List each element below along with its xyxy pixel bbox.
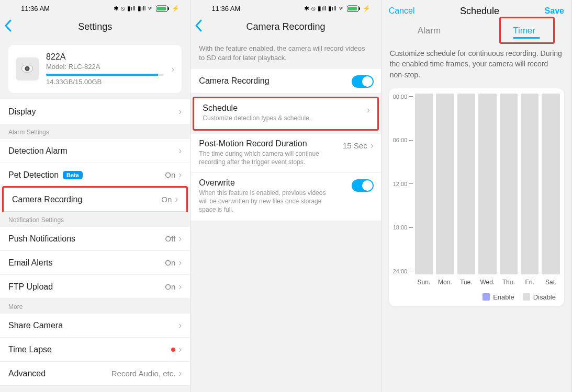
settings-pane: 11:36 AM ✱⦸▮ıll▮ıllᯤ ⚡ Settings 822A Mod… [0, 0, 190, 392]
share-row[interactable]: Share Camera › [0, 314, 190, 338]
schedule-grid[interactable]: 00:00 06:00 12:00 18:00 24:00 [393, 94, 560, 274]
back-button[interactable] [195, 19, 202, 34]
push-value: Off [165, 234, 176, 243]
pet-detection-label: Pet Detection Beta [8, 170, 83, 180]
back-button[interactable] [4, 19, 12, 34]
schedule-column-mon[interactable] [436, 94, 454, 274]
time-label: 18:00 [393, 224, 408, 230]
chevron-right-icon: › [178, 145, 182, 156]
schedule-sub: Customize detection types & schedule. [203, 114, 368, 122]
schedule-column-sun[interactable] [415, 94, 433, 274]
pet-detection-value: On › [165, 169, 182, 180]
device-info: 822A Model: RLC-822A 14.33GB/15.00GB [46, 52, 164, 86]
overwrite-label: Overwrite [199, 178, 372, 188]
svg-rect-1 [157, 7, 166, 10]
push-label: Push Notifications [8, 234, 75, 244]
time-label: 00:00 [393, 94, 408, 100]
svg-point-5 [26, 67, 29, 70]
device-card[interactable]: 822A Model: RLC-822A 14.33GB/15.00GB › [8, 45, 182, 93]
email-value: On [165, 258, 175, 267]
chevron-right-icon: › [178, 233, 182, 244]
schedule-column-tue[interactable] [457, 94, 475, 274]
chevron-right-icon: › [178, 320, 182, 331]
schedule-column-sat[interactable] [542, 94, 559, 274]
cancel-button[interactable]: Cancel [389, 6, 415, 16]
schedule-tabs: Alarm Timer [382, 20, 571, 42]
chevron-right-icon: › [171, 64, 174, 75]
pet-detection-row[interactable]: Pet Detection Beta On › [0, 163, 190, 187]
camera-recording-toggle-row: Camera Recording [190, 69, 380, 94]
chevron-right-icon: › [178, 106, 182, 117]
pet-detection-text: Pet Detection [8, 170, 59, 180]
svg-rect-2 [168, 7, 169, 10]
camera-recording-toggle[interactable] [352, 75, 374, 88]
status-icons: ✱⦸▮ıll▮ıllᯤ ⚡ [114, 5, 180, 12]
schedule-legend: Enable Disable [393, 293, 560, 301]
day-label: Mon. [436, 279, 454, 286]
overwrite-toggle[interactable] [352, 179, 374, 192]
ftp-label: FTP Upload [8, 282, 53, 292]
page-title: Camera Recording [246, 21, 325, 32]
tab-alarm[interactable]: Alarm [407, 21, 451, 40]
enable-swatch-icon [483, 293, 490, 301]
chevron-right-icon: › [178, 257, 182, 268]
schedule-column-wed[interactable] [478, 94, 496, 274]
day-label: Fri. [521, 279, 539, 286]
time-label: 06:00 [393, 137, 408, 143]
camera-recording-label: Camera Recording [199, 76, 269, 85]
page-title: Schedule [460, 6, 499, 17]
share-label: Share Camera [8, 321, 63, 330]
push-row[interactable]: Push Notifications Off› [0, 227, 190, 251]
post-motion-value: 15 Sec [343, 141, 367, 150]
detection-alarm-row[interactable]: Detection Alarm › [0, 139, 190, 163]
schedule-column-thu[interactable] [500, 94, 518, 274]
beta-badge: Beta [63, 171, 83, 179]
post-motion-row[interactable]: Post-Motion Record Duration The time dur… [190, 134, 380, 173]
chevron-right-icon: › [367, 105, 370, 116]
camera-recording-value: On › [161, 194, 178, 205]
nav-bar: Camera Recording [190, 15, 380, 39]
chevron-right-icon: › [178, 169, 182, 180]
status-bar: 11:36 AM ✱⦸▮ıll▮ıllᯤ ⚡ [0, 0, 190, 15]
notif-section-header: Notification Settings [0, 212, 190, 227]
legend-disable: Disable [523, 293, 556, 301]
display-row[interactable]: Display › [0, 99, 190, 124]
status-icons: ✱⦸▮ıll▮ıllᯤ ⚡ [304, 5, 370, 12]
overwrite-sub: When this feature is enabled, previous v… [199, 189, 330, 214]
schedule-description: Customize schedule for continuous record… [382, 42, 571, 85]
post-motion-sub: The time during which camera will contin… [199, 149, 319, 166]
detection-alarm-label: Detection Alarm [8, 146, 68, 156]
ftp-row[interactable]: FTP Upload On› [0, 275, 190, 299]
chevron-right-icon: › [371, 140, 374, 151]
email-row[interactable]: Email Alerts On› [0, 251, 190, 275]
overwrite-row: Overwrite When this feature is enabled, … [190, 173, 380, 221]
highlight-timer-tab [499, 17, 555, 44]
notification-dot-icon [171, 348, 175, 352]
advanced-label: Advanced [8, 369, 46, 378]
feature-description: With the feature enabled, the camera wil… [190, 39, 380, 69]
schedule-column-fri[interactable] [521, 94, 539, 274]
day-label: Sun. [415, 279, 433, 286]
save-button[interactable]: Save [545, 6, 564, 16]
chevron-right-icon: › [178, 368, 182, 379]
status-bar: 11:36 AM ✱⦸▮ıll▮ıllᯤ ⚡ [190, 0, 380, 15]
advanced-value: Record Audio, etc. [111, 369, 176, 378]
chevron-right-icon: › [175, 194, 178, 205]
day-label: Wed. [478, 279, 496, 286]
svg-rect-7 [348, 7, 357, 10]
schedule-time-axis: 00:00 06:00 12:00 18:00 24:00 [393, 94, 415, 274]
camera-recording-row[interactable]: Camera Recording On › [4, 188, 186, 212]
ftp-value: On [165, 282, 175, 291]
display-label: Display [8, 107, 36, 117]
advanced-row[interactable]: Advanced Record Audio, etc.› [0, 362, 190, 386]
page-title: Settings [78, 21, 112, 32]
device-model: Model: RLC-822A [46, 63, 164, 71]
time-label: 24:00 [393, 268, 408, 274]
timelapse-row[interactable]: Time Lapse › [0, 338, 190, 362]
svg-rect-8 [359, 7, 360, 10]
nav-bar: Settings [0, 15, 190, 39]
schedule-row[interactable]: Schedule Customize detection types & sch… [194, 98, 377, 129]
camera-recording-pane: 11:36 AM ✱⦸▮ıll▮ıllᯤ ⚡ Camera Recording … [190, 0, 381, 392]
disable-swatch-icon [523, 293, 530, 301]
schedule-pane: Cancel Schedule Save Alarm Timer Customi… [382, 0, 572, 392]
